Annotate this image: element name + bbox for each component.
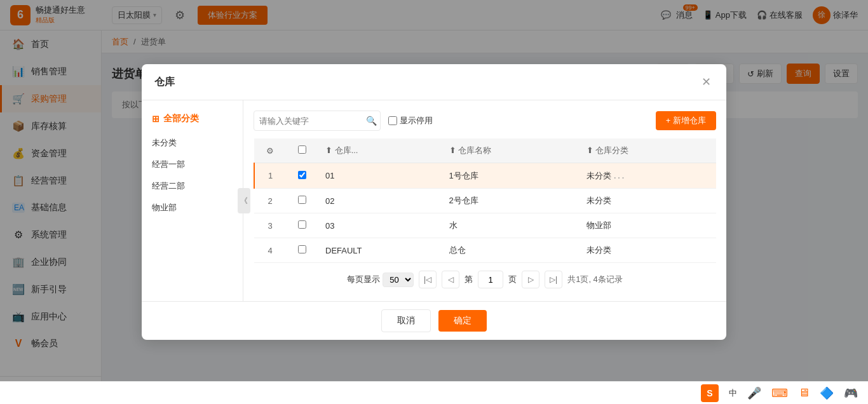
row-code: 01 bbox=[318, 163, 442, 189]
modal-close-button[interactable]: ✕ bbox=[698, 74, 714, 90]
table-row[interactable]: 2 02 2号仓库 未分类 bbox=[254, 189, 716, 213]
row-category: 未分类 bbox=[579, 189, 716, 213]
sort-icon: ⬆ bbox=[325, 145, 332, 155]
row-num: 1 bbox=[254, 163, 286, 189]
modal-footer: 取消 确定 bbox=[142, 301, 726, 340]
page-size-select: 每页显示 50 bbox=[347, 273, 414, 287]
next-page-button[interactable]: ▷ bbox=[522, 271, 539, 288]
table-row[interactable]: 3 03 水 物业部 bbox=[254, 213, 716, 238]
page-number-input[interactable] bbox=[478, 271, 503, 288]
row-checkbox[interactable] bbox=[286, 163, 318, 189]
row-checkbox[interactable] bbox=[286, 213, 318, 238]
row-checkbox[interactable] bbox=[286, 238, 318, 263]
show-disabled-label: 显示停用 bbox=[388, 115, 433, 126]
warehouse-modal: 仓库 ✕ ⊞ 全部分类 未分类 经营一部 经营二部 bbox=[142, 64, 726, 340]
last-page-button[interactable]: ▷| bbox=[545, 271, 562, 288]
row-name: 2号仓库 bbox=[442, 189, 579, 213]
sort-icon-cat: ⬆ bbox=[587, 145, 593, 155]
col-category: ⬆ 仓库分类 bbox=[579, 138, 716, 163]
row-name: 总仓 bbox=[442, 238, 579, 263]
category-item-0[interactable]: 未分类 bbox=[142, 132, 243, 154]
category-item-1[interactable]: 经营一部 bbox=[142, 154, 243, 175]
row-name: 1号仓库 bbox=[442, 163, 579, 189]
row-name: 水 bbox=[442, 213, 579, 238]
col-name: ⬆ 仓库名称 bbox=[442, 138, 579, 163]
prev-page-button[interactable]: ◁ bbox=[442, 271, 459, 288]
gear-icon: ⚙ bbox=[266, 146, 274, 156]
s-logo: S bbox=[701, 384, 719, 402]
row-category: 物业部 bbox=[579, 213, 716, 238]
first-page-button[interactable]: |◁ bbox=[419, 271, 437, 288]
cancel-button[interactable]: 取消 bbox=[381, 309, 431, 332]
bottom-bar: S 中 🎤 ⌨ 🖥 🔷 🎮 bbox=[0, 381, 868, 404]
modal-header: 仓库 ✕ bbox=[142, 64, 726, 100]
row-num: 4 bbox=[254, 238, 286, 263]
row-category: 未分类 ... bbox=[579, 163, 716, 189]
search-box: 🔍 bbox=[254, 111, 381, 131]
category-collapse-button[interactable]: 《 bbox=[238, 188, 250, 213]
col-settings: ⚙ bbox=[254, 138, 286, 163]
col-code: ⬆ 仓库... bbox=[318, 138, 442, 163]
cn-text: 中 bbox=[729, 387, 737, 399]
grid-icon: ⊞ bbox=[152, 114, 159, 124]
search-input[interactable] bbox=[259, 116, 366, 126]
modal-title: 仓库 bbox=[154, 76, 175, 89]
modal-main: 🔍 显示停用 + 新增仓库 ⚙ bbox=[243, 100, 726, 301]
gamepad-icon[interactable]: 🎮 bbox=[844, 386, 858, 400]
table-row[interactable]: 4 DEFAULT 总仓 未分类 bbox=[254, 238, 716, 263]
modal-overlay: 仓库 ✕ ⊞ 全部分类 未分类 经营一部 经营二部 bbox=[0, 0, 868, 404]
sort-icon-name: ⬆ bbox=[449, 145, 456, 155]
monitor-icon[interactable]: 🖥 bbox=[798, 386, 810, 400]
category-header-label: 全部分类 bbox=[163, 113, 199, 125]
row-category: 未分类 bbox=[579, 238, 716, 263]
row-checkbox[interactable] bbox=[286, 189, 318, 213]
search-icon[interactable]: 🔍 bbox=[366, 116, 377, 126]
row-code: 02 bbox=[318, 189, 442, 213]
pagination: 每页显示 50 |◁ ◁ 第 页 ▷ ▷| 共1页, 4条记录 bbox=[254, 263, 716, 291]
row-code: DEFAULT bbox=[318, 238, 442, 263]
category-item-3[interactable]: 物业部 bbox=[142, 197, 243, 219]
microphone-icon[interactable]: 🎤 bbox=[747, 386, 761, 400]
action-dots[interactable]: ... bbox=[613, 170, 625, 180]
page-info: 共1页, 4条记录 bbox=[567, 274, 623, 285]
category-item-2[interactable]: 经营二部 bbox=[142, 175, 243, 197]
category-header[interactable]: ⊞ 全部分类 bbox=[142, 108, 243, 132]
category-sidebar: ⊞ 全部分类 未分类 经营一部 经营二部 物业部 《 bbox=[142, 100, 243, 301]
modal-toolbar: 🔍 显示停用 + 新增仓库 bbox=[254, 111, 716, 131]
modal-body: ⊞ 全部分类 未分类 经营一部 经营二部 物业部 《 bbox=[142, 100, 726, 301]
row-num: 3 bbox=[254, 213, 286, 238]
warehouse-table: ⚙ ⬆ 仓库... ⬆ bbox=[254, 138, 716, 263]
row-num: 2 bbox=[254, 189, 286, 213]
diamond-icon[interactable]: 🔷 bbox=[820, 386, 834, 400]
col-checkbox bbox=[286, 138, 318, 163]
select-all-checkbox[interactable] bbox=[298, 145, 306, 154]
confirm-button[interactable]: 确定 bbox=[438, 310, 487, 332]
page-size-dropdown[interactable]: 50 bbox=[383, 273, 414, 287]
table-row[interactable]: 1 01 1号仓库 未分类 ... bbox=[254, 163, 716, 189]
add-warehouse-button[interactable]: + 新增仓库 bbox=[656, 111, 716, 130]
row-code: 03 bbox=[318, 213, 442, 238]
show-disabled-checkbox[interactable] bbox=[388, 116, 397, 125]
keyboard-icon[interactable]: ⌨ bbox=[771, 386, 788, 400]
table-header-row: ⚙ ⬆ 仓库... ⬆ bbox=[254, 138, 716, 163]
